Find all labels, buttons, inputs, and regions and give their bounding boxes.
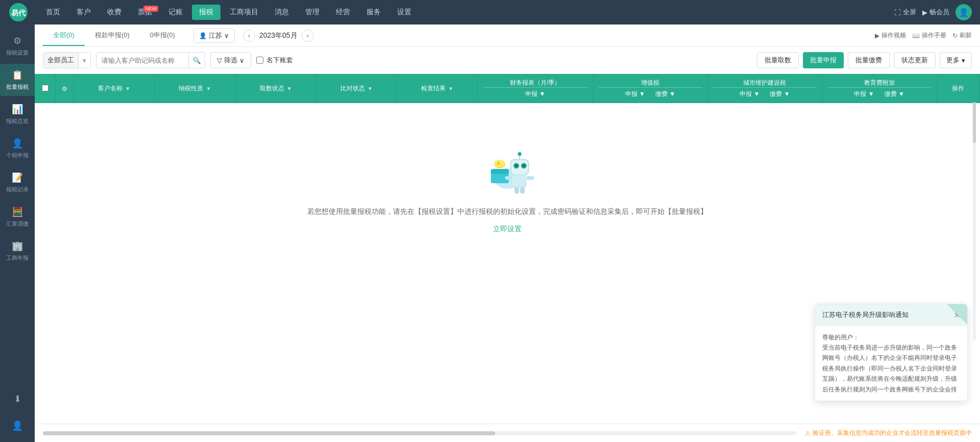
sidebar-item-baoshui-shezhi[interactable]: ⚙报税设置 — [0, 30, 35, 62]
nav-item-首页[interactable]: 首页 — [39, 5, 67, 20]
toolbar: 全部员工 ▾ 🔍 ▽ 筛选 ∨ 名下账套 批量取数批量申报批量缴费状态更新更多▾ — [35, 47, 980, 74]
table-header-compare-status: 比对状态 ▼ — [316, 75, 397, 103]
tab-controls: 👤 江苏 ∨ — [193, 29, 235, 43]
nav-item-工商项目[interactable]: 工商项目 — [223, 5, 265, 20]
filter-arrow: ∨ — [239, 57, 244, 64]
nav-item-经营[interactable]: 经营 — [329, 5, 357, 20]
sidebar-item-download[interactable]: ⬇ — [7, 388, 28, 410]
svg-rect-16 — [512, 175, 527, 188]
sidebar-label-gongshang-nianbo: 工商年报 — [6, 254, 29, 262]
table-header-tax-nature: 纳税性质 ▼ — [155, 75, 235, 103]
status-update-button[interactable]: 状态更新 — [894, 52, 936, 68]
nav-item-设置[interactable]: 设置 — [390, 5, 419, 20]
date-display: 2023年05月 — [259, 31, 298, 40]
sidebar-item-huisuan-qingshan[interactable]: 🧮汇算清缴 — [0, 201, 35, 233]
member-icon: ▶ — [922, 9, 927, 16]
employee-selector[interactable]: 全部员工 ▾ — [43, 52, 91, 68]
financial-sub-declare: 申报 ▼ — [525, 90, 545, 99]
city-sub-declare: 申报 ▼ — [740, 90, 760, 99]
nav-item-记账[interactable]: 记账 — [161, 5, 190, 20]
vat-sub-pay: 缴费 ▼ — [655, 90, 675, 99]
filter-btn[interactable]: ▽ 筛选 ∨ — [210, 52, 251, 68]
nav-item-消息[interactable]: 消息 — [267, 5, 296, 20]
sidebar-item-settings[interactable]: 👤 — [7, 414, 28, 437]
action-操作手册[interactable]: 📖操作手册 — [912, 31, 946, 40]
sidebar-item-baoshui-zongjie[interactable]: 📊报税总览 — [0, 98, 35, 130]
sidebar-icon-huisuan-qingshan: 🧮 — [11, 206, 23, 218]
svg-rect-18 — [527, 176, 534, 180]
sort-icon: ▼ — [206, 86, 211, 91]
sidebar-label-piliang-baoshui: 批量报税 — [6, 83, 29, 91]
select-all-checkbox[interactable] — [42, 85, 48, 91]
sort-icon: ▼ — [287, 86, 292, 91]
nav-item-收费[interactable]: 收费 — [100, 5, 129, 20]
notif-corner — [947, 304, 967, 325]
sidebar-item-baoshui-jilu[interactable]: 📝报税记录 — [0, 166, 35, 199]
sidebar-label-geshui-shenbao: 个税申报 — [6, 152, 29, 159]
sidebar-item-geshui-shenbao[interactable]: 👤个税申报 — [0, 132, 35, 164]
more-button[interactable]: 更多▾ — [940, 52, 972, 68]
action-操作视频[interactable]: ▶操作视频 — [875, 31, 906, 40]
vat-sub-declare: 申报 ▼ — [625, 90, 645, 99]
sidebar-item-piliang-baoshui[interactable]: 📋批量报税 — [0, 64, 35, 96]
sidebar-label-huisuan-qingshan: 汇算清缴 — [6, 220, 29, 228]
table-header-fetch-status: 取数状态 ▼ — [235, 75, 316, 103]
tab-right-actions: ▶操作视频📖操作手册↻刷新 — [875, 31, 972, 40]
svg-point-13 — [523, 164, 526, 167]
table-header-education: 教育费附加 申报 ▼ 缴费 ▼ — [822, 75, 937, 103]
svg-rect-19 — [514, 187, 519, 193]
nav-item-服务[interactable]: 服务 — [359, 5, 388, 20]
warning-icon: ⚠ — [805, 430, 811, 437]
table-header-check-result: 检查结果 ▼ — [397, 75, 478, 103]
checkbox-label[interactable]: 名下账套 — [256, 56, 293, 65]
tab-item[interactable]: 0申报(0) — [140, 26, 185, 46]
nav-item-报税[interactable]: 报税 — [192, 5, 220, 20]
setup-link[interactable]: 立即设置 — [493, 225, 522, 234]
tab-item[interactable]: 税款申报(0) — [85, 26, 140, 46]
search-btn[interactable]: 🔍 — [188, 53, 205, 68]
sidebar-label-baoshui-jilu: 报税记录 — [6, 186, 29, 193]
province-selector[interactable]: 👤 江苏 ∨ — [193, 29, 235, 43]
member-label: 畅会员 — [929, 8, 949, 17]
date-next-btn[interactable]: › — [302, 30, 314, 42]
top-nav: 易代 首页客户收费票据NEW记账报税工商项目消息管理经营服务设置 ⛶ 全屏 ▶ … — [0, 0, 980, 24]
search-input[interactable] — [96, 53, 188, 68]
data-table: ⚙ 客户名称 ▼ 纳税性质 ▼ 取数状态 ▼ — [35, 74, 980, 103]
scrollbar-track — [43, 431, 797, 435]
action-刷新[interactable]: ↻刷新 — [952, 31, 972, 40]
employee-selector-label: 全部员工 — [43, 53, 79, 68]
notification-title: 江苏电子税务局升级影响通知 — [822, 310, 909, 320]
scrollbar-thumb — [43, 431, 495, 435]
edu-sub-pay: 缴费 ▼ — [885, 90, 904, 99]
table-header-financial: 财务报表（月/季） 申报 ▼ — [478, 75, 593, 103]
nav-item-客户[interactable]: 客户 — [69, 5, 98, 20]
svg-rect-17 — [505, 176, 512, 180]
main-right-scroll[interactable] — [973, 102, 976, 340]
filter-label: 筛选 — [224, 56, 237, 65]
svg-point-15 — [518, 152, 521, 156]
empty-state: ¥ — [35, 103, 980, 264]
sidebar-icon-baoshui-jilu: 📝 — [11, 171, 23, 184]
nav-item-票据[interactable]: 票据NEW — [131, 5, 159, 20]
bulk-declare-button[interactable]: 批量申报 — [803, 52, 844, 68]
date-prev-btn[interactable]: ‹ — [243, 30, 255, 42]
fullscreen-btn[interactable]: ⛶ 全屏 — [894, 8, 916, 17]
tab-item[interactable]: 全部(0) — [43, 26, 85, 46]
avatar[interactable]: 👤 — [955, 4, 972, 20]
sidebar-icon-baoshui-zongjie: 📊 — [11, 103, 23, 115]
sort-icon: ▼ — [448, 86, 453, 91]
sidebar-icon-download: ⬇ — [11, 393, 23, 405]
table-header-checkbox[interactable] — [35, 75, 56, 103]
sidebar-item-gongshang-nianbo[interactable]: 🏢工商年报 — [0, 235, 35, 267]
notification-body: 尊敬的用户： 受当前电子税务局进一步升级的影响，同一个政务网账号（办税人）名下的… — [815, 326, 967, 401]
province-label: 江苏 — [209, 31, 222, 40]
bulk-fetch-button[interactable]: 批量取数 — [757, 52, 799, 68]
sidebar-label-baoshui-zongjie: 报税总览 — [6, 117, 29, 125]
sort-icon: ▼ — [125, 86, 130, 91]
mingxia-checkbox[interactable] — [256, 57, 263, 64]
member-btn[interactable]: ▶ 畅会员 — [922, 8, 949, 17]
edu-sub-declare: 申报 ▼ — [854, 90, 874, 99]
nav-item-管理[interactable]: 管理 — [298, 5, 327, 20]
table-header-gear[interactable]: ⚙ — [56, 75, 74, 103]
bulk-pay-button[interactable]: 批量缴费 — [848, 52, 890, 68]
